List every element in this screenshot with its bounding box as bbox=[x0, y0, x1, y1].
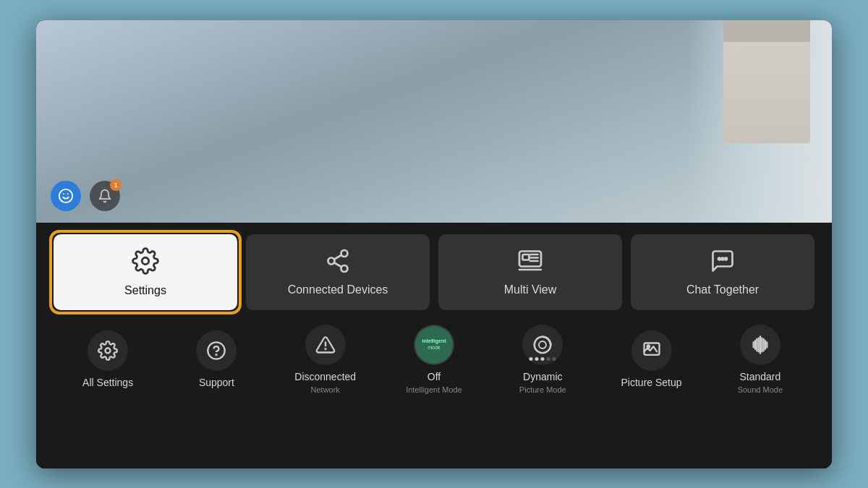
picture-mode-label: Dynamic bbox=[523, 371, 562, 383]
quick-settings-row: All Settings Support bbox=[54, 325, 814, 395]
svg-point-22 bbox=[325, 348, 326, 349]
notification-badge: 1 bbox=[110, 179, 122, 191]
all-settings-icon-wrap bbox=[88, 330, 128, 371]
svg-point-24 bbox=[539, 341, 546, 348]
chat-together-label: Chat Together bbox=[686, 283, 759, 296]
picture-mode-sub-label: Picture Mode bbox=[519, 385, 566, 394]
all-settings-label: All Settings bbox=[82, 377, 133, 389]
nav-card-chat-together[interactable]: Chat Together bbox=[631, 234, 814, 310]
svg-line-7 bbox=[334, 262, 341, 267]
svg-rect-10 bbox=[523, 254, 529, 260]
svg-point-0 bbox=[59, 189, 72, 202]
connected-devices-label: Connected Devices bbox=[288, 283, 388, 296]
intelligent-mode-badge: intelligent mode bbox=[415, 326, 453, 364]
intelligent-mode-icon-wrap: intelligent mode bbox=[414, 325, 454, 365]
chat-together-icon bbox=[710, 248, 736, 278]
tv-frame: 1 Settings bbox=[36, 20, 832, 468]
svg-point-15 bbox=[718, 257, 720, 260]
qs-support[interactable]: Support bbox=[162, 330, 271, 389]
support-icon-wrap bbox=[196, 330, 237, 371]
nav-card-multi-view[interactable]: Multi View bbox=[438, 234, 622, 310]
sound-mode-label: Standard bbox=[739, 371, 780, 383]
network-status-label: Disconnected bbox=[294, 371, 356, 383]
bottom-panel: Settings Connected Devices bbox=[36, 223, 832, 468]
qs-sound-mode[interactable]: Standard Sound Mode bbox=[706, 325, 814, 395]
svg-point-26 bbox=[647, 345, 650, 348]
svg-point-17 bbox=[725, 257, 727, 260]
nav-row: Settings Connected Devices bbox=[54, 234, 814, 310]
sound-mode-icon-wrap bbox=[740, 325, 780, 365]
picture-setup-label: Picture Setup bbox=[621, 377, 682, 389]
qs-picture-setup[interactable]: Picture Setup bbox=[597, 330, 705, 389]
qs-intelligent-mode[interactable]: intelligent mode Off Intelligent Mode bbox=[380, 325, 488, 395]
smiley-icon-button[interactable] bbox=[51, 181, 81, 211]
svg-point-16 bbox=[722, 257, 724, 260]
network-sub-label: Network bbox=[311, 385, 340, 394]
network-icon-wrap bbox=[305, 325, 346, 365]
picture-mode-icon-wrap bbox=[522, 325, 563, 365]
connected-devices-icon bbox=[325, 248, 351, 278]
notification-bell-button[interactable]: 1 bbox=[90, 181, 120, 211]
qs-network[interactable]: Disconnected Network bbox=[271, 325, 380, 395]
settings-icon bbox=[132, 247, 159, 278]
svg-point-20 bbox=[216, 354, 217, 355]
window-blind bbox=[723, 20, 810, 143]
intelligent-mode-sub-label: Intelligent Mode bbox=[406, 385, 462, 394]
svg-point-18 bbox=[106, 348, 111, 353]
support-label: Support bbox=[199, 377, 234, 389]
svg-point-3 bbox=[142, 257, 149, 265]
picture-setup-icon-wrap bbox=[631, 330, 672, 371]
multi-view-label: Multi View bbox=[504, 283, 557, 296]
nav-card-settings[interactable]: Settings bbox=[54, 234, 237, 310]
settings-label: Settings bbox=[124, 284, 166, 297]
nav-card-connected-devices[interactable]: Connected Devices bbox=[246, 234, 430, 310]
svg-line-8 bbox=[334, 254, 341, 259]
qs-picture-mode[interactable]: Dynamic Picture Mode bbox=[488, 325, 597, 395]
multi-view-icon bbox=[517, 248, 543, 278]
qs-all-settings[interactable]: All Settings bbox=[54, 330, 162, 389]
top-icons: 1 bbox=[51, 181, 120, 211]
intelligent-mode-label: Off bbox=[427, 371, 441, 383]
preview-area: 1 bbox=[36, 20, 832, 223]
sound-mode-sub-label: Sound Mode bbox=[738, 385, 783, 394]
